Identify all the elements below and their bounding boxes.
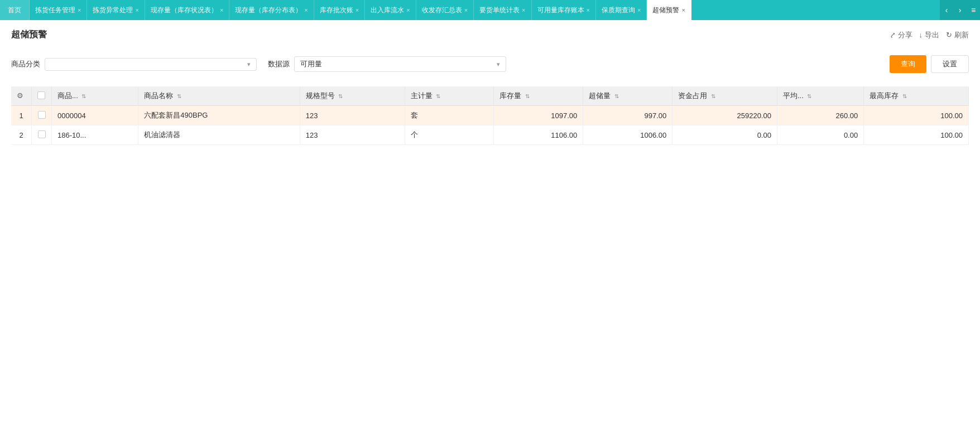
- nav-tab-overstock[interactable]: 超储预警 ×: [647, 0, 691, 20]
- datasource-value: 可用量: [300, 59, 322, 69]
- close-inout-flow-icon[interactable]: ×: [406, 7, 410, 13]
- close-order-stat-icon[interactable]: ×: [522, 7, 525, 13]
- filter-actions: 查询 设置: [890, 55, 969, 73]
- column-settings-icon[interactable]: ⚙: [17, 91, 26, 100]
- filter-row: 商品分类 ▾ 数据源 可用量 ▾ 查询 设置: [11, 50, 969, 79]
- th-product-code[interactable]: 商品... ⇅: [52, 86, 138, 106]
- close-pick-exception-icon[interactable]: ×: [135, 7, 138, 13]
- nav-tab-available-book[interactable]: 可用量库存账本 ×: [532, 0, 596, 20]
- th-product-code-label: 商品...: [57, 91, 78, 100]
- nav-tab-pick-task-label: 拣货任务管理: [35, 6, 75, 15]
- th-overstock[interactable]: 超储量 ⇅: [583, 86, 672, 106]
- th-product-name-label: 商品名称: [144, 91, 173, 100]
- category-select[interactable]: ▾: [45, 58, 257, 71]
- sort-product-code-icon: ⇅: [81, 93, 86, 99]
- top-nav: 首页 拣货任务管理 × 拣货异常处理 × 现存量（库存状况表） × 现存量（库存…: [0, 0, 980, 20]
- close-shelf-life-icon[interactable]: ×: [637, 7, 641, 13]
- row-num: 2: [11, 125, 32, 145]
- th-unit-label: 主计量: [411, 91, 433, 100]
- th-product-name[interactable]: 商品名称 ⇅: [138, 86, 300, 106]
- datasource-label: 数据源: [268, 59, 290, 69]
- nav-tab-stock-status[interactable]: 现存量（库存状况表） ×: [145, 0, 229, 20]
- cell-product-code: 186-10...: [52, 125, 138, 145]
- refresh-icon: ↻: [946, 31, 952, 39]
- row-checkbox-cell: [32, 125, 52, 145]
- export-label: 导出: [925, 30, 939, 40]
- category-label: 商品分类: [11, 59, 40, 69]
- th-spec-label: 规格型号: [306, 91, 335, 100]
- th-max-stock[interactable]: 最高库存 ⇅: [864, 86, 969, 106]
- row-checkbox[interactable]: [38, 111, 46, 119]
- export-button[interactable]: ↓ 导出: [919, 30, 940, 40]
- cell-spec: 123: [300, 106, 405, 125]
- nav-tab-pick-task[interactable]: 拣货任务管理 ×: [30, 0, 87, 20]
- cell-product-name: 六配套新昌490BPG: [138, 106, 300, 125]
- nav-tab-shelf-life-label: 保质期查询: [602, 6, 635, 15]
- nav-tab-stock-dist[interactable]: 现存量（库存分布表） ×: [229, 0, 314, 20]
- share-button[interactable]: ⤤ 分享: [890, 30, 912, 40]
- cell-capital: 259220.00: [672, 106, 777, 125]
- nav-arrow-right-button[interactable]: ›: [953, 0, 967, 20]
- query-button[interactable]: 查询: [890, 55, 926, 73]
- nav-more-button[interactable]: ≡: [967, 0, 980, 20]
- nav-arrow-left-button[interactable]: ‹: [940, 0, 953, 20]
- refresh-button[interactable]: ↻ 刷新: [946, 30, 969, 40]
- cell-overstock: 997.00: [583, 106, 672, 125]
- cell-spec: 123: [300, 125, 405, 145]
- cell-max-stock: 100.00: [864, 106, 969, 125]
- table-header-row: ⚙ 商品... ⇅ 商品名称 ⇅ 规格型号 ⇅ 主计量: [11, 86, 969, 106]
- sort-overstock-icon: ⇅: [614, 93, 619, 99]
- th-avg-label: 平均...: [783, 91, 804, 100]
- th-stock[interactable]: 库存量 ⇅: [494, 86, 583, 106]
- row-checkbox-cell: [32, 106, 52, 125]
- th-spec[interactable]: 规格型号 ⇅: [300, 86, 405, 106]
- close-summary-icon[interactable]: ×: [464, 7, 468, 13]
- sort-product-name-icon: ⇅: [177, 93, 181, 99]
- cell-capital: 0.00: [672, 125, 777, 145]
- nav-tab-stock-dist-label: 现存量（库存分布表）: [235, 6, 302, 15]
- nav-tab-order-stat[interactable]: 要货单统计表 ×: [474, 0, 531, 20]
- close-stock-dist-icon[interactable]: ×: [304, 7, 308, 13]
- nav-tab-summary[interactable]: 收发存汇总表 ×: [416, 0, 474, 20]
- data-table: ⚙ 商品... ⇅ 商品名称 ⇅ 规格型号 ⇅ 主计量: [11, 86, 969, 145]
- share-icon: ⤤: [890, 31, 896, 39]
- close-available-book-icon[interactable]: ×: [587, 7, 590, 13]
- th-checkbox: [32, 86, 52, 106]
- th-capital[interactable]: 资金占用 ⇅: [672, 86, 777, 106]
- nav-tab-home[interactable]: 首页: [0, 0, 30, 20]
- nav-tab-shelf-life[interactable]: 保质期查询 ×: [596, 0, 647, 20]
- select-all-checkbox[interactable]: [37, 91, 45, 99]
- table-row: 1 0000004 六配套新昌490BPG 123 套 1097.00 997.…: [11, 106, 969, 125]
- cell-avg: 260.00: [777, 106, 863, 125]
- nav-tab-overstock-label: 超储预警: [652, 6, 679, 15]
- th-unit[interactable]: 主计量 ⇅: [405, 86, 494, 106]
- row-checkbox[interactable]: [38, 130, 46, 138]
- cell-product-name: 机油滤清器: [138, 125, 300, 145]
- close-batch-account-icon[interactable]: ×: [356, 7, 359, 13]
- th-capital-label: 资金占用: [678, 91, 707, 100]
- close-stock-status-icon[interactable]: ×: [220, 7, 223, 13]
- close-pick-task-icon[interactable]: ×: [78, 7, 81, 13]
- sort-max-stock-icon: ⇅: [902, 93, 907, 99]
- nav-arrows: ‹ › ≡: [940, 0, 980, 20]
- cell-unit: 套: [405, 106, 494, 125]
- page-actions: ⤤ 分享 ↓ 导出 ↻ 刷新: [890, 30, 969, 40]
- datasource-arrow-icon: ▾: [497, 61, 500, 68]
- category-arrow-icon: ▾: [247, 61, 251, 68]
- table-row: 2 186-10... 机油滤清器 123 个 1106.00 1006.00 …: [11, 125, 969, 145]
- close-overstock-icon[interactable]: ×: [681, 7, 685, 13]
- settings-button[interactable]: 设置: [931, 55, 969, 73]
- cell-stock: 1106.00: [494, 125, 583, 145]
- th-avg[interactable]: 平均... ⇅: [777, 86, 863, 106]
- nav-tab-inout-flow[interactable]: 出入库流水 ×: [365, 0, 416, 20]
- nav-tab-batch-account[interactable]: 库存批次账 ×: [314, 0, 365, 20]
- nav-tab-pick-exception[interactable]: 拣货异常处理 ×: [87, 0, 145, 20]
- nav-tab-summary-label: 收发存汇总表: [422, 6, 462, 15]
- datasource-select[interactable]: 可用量 ▾: [294, 56, 506, 72]
- export-icon: ↓: [919, 31, 923, 39]
- nav-tab-stock-status-label: 现存量（库存状况表）: [151, 6, 218, 15]
- th-max-stock-label: 最高库存: [869, 91, 899, 100]
- sort-avg-icon: ⇅: [807, 93, 811, 99]
- nav-tab-pick-exception-label: 拣货异常处理: [93, 6, 133, 15]
- cell-avg: 0.00: [777, 125, 863, 145]
